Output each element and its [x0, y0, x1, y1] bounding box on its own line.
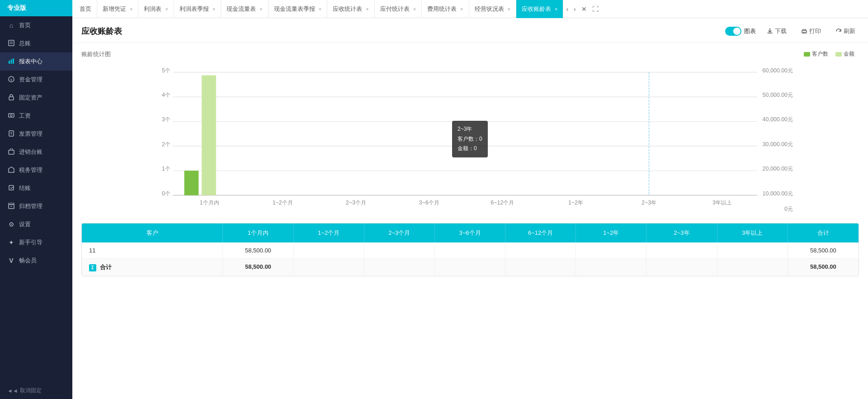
svg-rect-5 [13, 58, 14, 64]
svg-text:40,000.00元: 40,000.00元 [763, 116, 793, 123]
tab-home[interactable]: 首页 [74, 0, 97, 18]
sidebar-item-close[interactable]: 结账 [0, 179, 72, 197]
header-actions: 图表 下载 打印 刷新 [725, 25, 859, 37]
tab-expense-stats[interactable]: 费用统计表 × [422, 0, 469, 18]
refresh-button[interactable]: 刷新 [832, 25, 859, 37]
svg-rect-11 [9, 131, 14, 136]
sidebar-bottom-label: 取消固定 [20, 387, 42, 394]
archive-icon [7, 203, 15, 210]
tab-label: 现金流量表 [226, 5, 256, 13]
cell-row-total: 58,500.00 [788, 242, 859, 258]
sidebar-item-tax[interactable]: 税务管理 [0, 161, 72, 179]
tab-close-icon[interactable]: × [460, 6, 463, 12]
chart-container: 5个 4个 3个 2个 1个 0个 60,000.00元 50,000.00元 … [81, 62, 859, 216]
tab-label: 应付统计表 [380, 5, 410, 13]
cell-1month: 58,500.00 [223, 242, 293, 258]
tab-payable-stats[interactable]: 应付统计表 × [375, 0, 422, 18]
tab-close-icon[interactable]: × [366, 6, 368, 12]
tab-receivable-stats[interactable]: 应收统计表 × [327, 0, 374, 18]
sidebar-item-capital[interactable]: ¥ 资金管理 [0, 71, 72, 89]
sidebar-item-ledger[interactable]: 总账 [0, 34, 72, 52]
tab-profit-quarterly[interactable]: 利润表季报 × [174, 0, 221, 18]
tab-close-icon[interactable]: × [555, 6, 557, 12]
sidebar-item-purchase[interactable]: 进销台账 [0, 143, 72, 161]
tab-prev-button[interactable]: ‹ [563, 0, 571, 18]
sidebar-item-member[interactable]: V 畅会员 [0, 252, 72, 270]
sidebar-item-label: 税务管理 [19, 166, 42, 174]
tab-new-voucher[interactable]: 新增凭证 × [97, 0, 138, 18]
tab-close-icon[interactable]: × [165, 6, 168, 12]
tab-close-all-button[interactable]: ✕ [579, 0, 590, 18]
col-2-3month: 2~3个月 [364, 223, 435, 242]
print-icon [801, 28, 807, 34]
sidebar-item-home[interactable]: ⌂ 首页 [0, 16, 72, 34]
tab-close-icon[interactable]: × [212, 6, 215, 12]
sidebar-item-settings[interactable]: ⚙ 设置 [0, 215, 72, 233]
svg-text:6~12个月: 6~12个月 [491, 200, 514, 206]
tab-label: 利润表季报 [179, 5, 209, 13]
sidebar-item-label: 总账 [19, 39, 31, 48]
sidebar-item-assets[interactable]: 固定资产 [0, 89, 72, 107]
table-header: 客户 1个月内 1~2个月 2~3个月 3~6个月 6~12个月 1~2年 2~… [82, 223, 859, 242]
sidebar-item-report[interactable]: 报表中心 [0, 52, 72, 71]
tab-label: 应收统计表 [333, 5, 362, 13]
tab-cashflow-quarterly[interactable]: 现金流量表季报 × [269, 0, 327, 18]
tab-close-icon[interactable]: × [508, 6, 510, 12]
download-button[interactable]: 下载 [763, 25, 790, 37]
table-total-row: Σ 合计 58,500.00 58,500.00 [82, 259, 859, 276]
sidebar-item-guide[interactable]: ✦ 新手引导 [0, 233, 72, 252]
bar-amount-0 [202, 75, 216, 195]
tab-business-status[interactable]: 经营状况表 × [469, 0, 516, 18]
sidebar-item-invoice[interactable]: 发票管理 [0, 125, 72, 143]
sidebar-pin-toggle[interactable]: ◄◄ 取消固定 [0, 382, 72, 399]
svg-text:1个: 1个 [162, 166, 170, 172]
tab-label: 首页 [80, 5, 91, 13]
sidebar-item-label: 设置 [19, 220, 31, 228]
col-total: 合计 [788, 223, 859, 242]
cell-total-3-6month [435, 259, 505, 276]
sidebar-item-label: 发票管理 [19, 130, 42, 138]
legend-customers-color [804, 52, 810, 57]
chart-legend: 客户数 金额 [804, 50, 854, 58]
svg-text:3年以上: 3年以上 [712, 200, 732, 206]
chart-svg: 5个 4个 3个 2个 1个 0个 60,000.00元 50,000.00元 … [81, 62, 859, 216]
page-header: 应收账龄表 图表 下载 打印 刷新 [72, 18, 868, 43]
settings-icon: ⚙ [7, 221, 15, 228]
svg-rect-15 [9, 185, 14, 190]
tab-profit[interactable]: 利润表 × [138, 0, 174, 18]
table-row: 11 58,500.00 58,500.00 [82, 242, 859, 259]
legend-amount-color [835, 52, 842, 57]
report-icon [7, 58, 15, 66]
table-section: 客户 1个月内 1~2个月 2~3个月 3~6个月 6~12个月 1~2年 2~… [81, 223, 859, 276]
svg-text:¥: ¥ [10, 78, 13, 82]
chart-toggle-wrap: 图表 [725, 27, 756, 36]
col-1month: 1个月内 [223, 223, 293, 242]
tab-receivable-aging[interactable]: 应收账龄表 × [516, 0, 563, 18]
tab-next-button[interactable]: › [571, 0, 579, 18]
cell-6-12month [505, 242, 576, 258]
tab-close-icon[interactable]: × [259, 6, 262, 12]
tab-close-icon[interactable]: × [130, 6, 132, 12]
tab-cashflow[interactable]: 现金流量表 × [221, 0, 268, 18]
print-button[interactable]: 打印 [797, 25, 825, 37]
col-3-6month: 3~6个月 [435, 223, 505, 242]
chart-title: 账龄统计图 [81, 50, 859, 58]
tab-expand-button[interactable]: ⛶ [590, 0, 601, 18]
svg-rect-4 [11, 59, 12, 64]
svg-text:2个: 2个 [162, 141, 170, 147]
svg-text:1~2个月: 1~2个月 [273, 200, 293, 206]
tab-close-icon[interactable]: × [319, 6, 321, 12]
sidebar-item-label: 进销台账 [19, 148, 42, 156]
sidebar-item-salary[interactable]: 工资 [0, 107, 72, 125]
chart-toggle[interactable] [725, 27, 741, 36]
tab-close-icon[interactable]: × [413, 6, 416, 12]
tax-icon [7, 166, 15, 174]
tab-label: 应收账龄表 [522, 5, 551, 13]
invoice-icon [7, 130, 15, 138]
download-label: 下载 [775, 27, 787, 35]
print-label: 打印 [809, 27, 821, 35]
sidebar-item-label: 资金管理 [19, 76, 42, 84]
sidebar: 专业版 ⌂ 首页 总账 报表中心 ¥ 资金管理 固定资产 工资 [0, 0, 72, 399]
col-3year-plus: 3年以上 [717, 223, 788, 242]
sidebar-item-archive[interactable]: 归档管理 [0, 197, 72, 215]
